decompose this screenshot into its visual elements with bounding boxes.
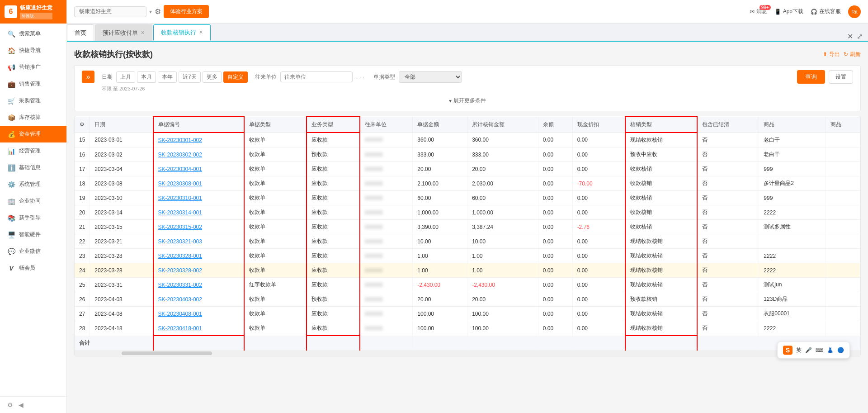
dress-icon[interactable]: 👗 — [827, 347, 834, 353]
order-link[interactable]: SK-20230321-003 — [158, 238, 202, 245]
breadcrumb-input[interactable] — [74, 6, 146, 17]
sidebar-item-sales[interactable]: 💼 销售管理 — [0, 76, 66, 92]
blue-circle-icon[interactable]: 🔵 — [837, 347, 844, 353]
table-row: 26 2023-04-03 SK-20230403-002 收款单 预收款 XX… — [75, 292, 860, 307]
tab-home[interactable]: 首页 — [67, 24, 94, 41]
cell-verify-amount: 1.00 — [467, 263, 538, 278]
doctype-select[interactable]: 全部 收款单 红字收款单 — [399, 71, 462, 83]
cell-cash-discount: 0.00 — [572, 263, 625, 278]
order-link[interactable]: SK-20230418-001 — [158, 325, 202, 332]
cell-cash-discount: -70.00 — [572, 176, 625, 191]
cell-cash-discount: 0.00 — [572, 278, 625, 292]
order-link[interactable]: SK-20230302-002 — [158, 152, 202, 158]
table-row: 19 2023-03-10 SK-20230310-001 收款单 应收款 XX… — [75, 191, 860, 205]
sidebar-item-quick[interactable]: 🏠 快捷导航 — [0, 42, 66, 59]
cell-biz-type: 应收款 — [307, 307, 360, 321]
partner-more-icon[interactable]: ··· — [356, 74, 366, 80]
col-date: 日期 — [90, 117, 153, 133]
order-link[interactable]: SK-20230310-001 — [158, 195, 202, 201]
collapse-icon[interactable]: ◀ — [19, 401, 24, 408]
online-service-button[interactable]: 🎧 在线客服 — [811, 8, 841, 15]
order-link[interactable]: SK-20230315-002 — [158, 224, 202, 230]
messages-button[interactable]: ✉ 消息 99+ — [750, 8, 767, 15]
cell-verify-type: 收款核销 — [625, 220, 697, 234]
sidebar-item-system[interactable]: ⚙️ 系统管理 — [0, 176, 66, 193]
horizontal-scrollbar[interactable] — [75, 351, 860, 356]
sidebar-logo-icon: 6 — [5, 5, 17, 18]
export-button[interactable]: ⬆ 导出 — [823, 51, 840, 58]
tab-expand-icon[interactable]: ⤢ — [857, 32, 863, 41]
order-link[interactable]: SK-20230301-002 — [158, 137, 202, 143]
order-link[interactable]: SK-20230314-001 — [158, 209, 202, 216]
query-button[interactable]: 查询 — [797, 70, 825, 84]
table-row: 23 2023-03-28 SK-20230328-001 收款单 应收款 XX… — [75, 249, 860, 263]
order-link[interactable]: SK-20230304-001 — [158, 166, 202, 172]
filter-custom[interactable]: 自定义 — [223, 71, 248, 83]
sidebar-item-finance[interactable]: 💰 资金管理 — [0, 126, 66, 142]
expand-more-button[interactable]: ▾ 展开更多条件 — [82, 95, 853, 106]
cell-partner: XXXXX — [360, 176, 413, 191]
cell-order-no: SK-20230328-001 — [153, 249, 244, 263]
tab-verify-close[interactable]: ✕ — [199, 29, 203, 35]
filter-this-month[interactable]: 本月 — [137, 71, 156, 83]
settings-button[interactable]: 设置 — [829, 70, 853, 84]
solution-button[interactable]: 体验行业方案 — [164, 5, 209, 18]
sidebar-item-inventory[interactable]: 📦 库存核算 — [0, 109, 66, 126]
sidebar-item-marketing[interactable]: 📢 营销推广 — [0, 59, 66, 76]
sidebar-item-basic[interactable]: ℹ️ 基础信息 — [0, 159, 66, 176]
cell-product2 — [826, 162, 860, 176]
sidebar-item-wechat[interactable]: 💬 企业微信 — [0, 243, 66, 260]
cell-included: 否 — [697, 234, 759, 249]
cell-biz-type: 应收款 — [307, 162, 360, 176]
table-row: 20 2023-03-14 SK-20230314-001 收款单 应收款 XX… — [75, 205, 860, 220]
cell-product: 测试多属性 — [759, 220, 826, 234]
order-link[interactable]: SK-20230331-002 — [158, 282, 202, 288]
settings-icon[interactable]: ⚙ — [7, 401, 13, 408]
sidebar-item-enterprise[interactable]: 🏢 企业协同 — [0, 193, 66, 209]
cell-balance: 0.00 — [538, 176, 572, 191]
tab-verify[interactable]: 收款核销执行 ✕ — [153, 24, 211, 41]
gear-icon[interactable]: ⚙ — [155, 7, 161, 16]
page-content: 收款核销执行(按收款) ⬆ 导出 ↻ 刷新 » 日期 上月 — [67, 42, 868, 413]
partner-input[interactable] — [280, 71, 353, 82]
cell-included: 否 — [697, 263, 759, 278]
filter-expand-button[interactable]: » — [82, 71, 94, 83]
col-amount: 单据金额 — [413, 117, 467, 133]
order-link[interactable]: SK-20230403-002 — [158, 296, 202, 303]
order-link[interactable]: SK-20230408-001 — [158, 311, 202, 317]
filter-more[interactable]: 更多 — [203, 71, 222, 83]
tab-prepay-close[interactable]: ✕ — [141, 30, 145, 36]
cell-cash-discount: 0.00 — [572, 307, 625, 321]
sidebar-item-search[interactable]: 🔍 搜索菜单 — [0, 25, 66, 42]
cell-product2 — [826, 220, 860, 234]
cell-no: 27 — [75, 307, 90, 321]
order-link[interactable]: SK-20230328-002 — [158, 267, 202, 274]
filter-7days[interactable]: 近7天 — [179, 71, 201, 83]
refresh-button[interactable]: ↻ 刷新 — [844, 51, 861, 58]
cell-product2 — [826, 176, 860, 191]
sidebar-item-guide[interactable]: 📚 新手引导 — [0, 209, 66, 226]
filter-this-year[interactable]: 本年 — [158, 71, 177, 83]
tab-prepay[interactable]: 预计应收付单 ✕ — [95, 24, 152, 41]
app-download-button[interactable]: 📱 App下载 — [774, 8, 803, 15]
order-link[interactable]: SK-20230308-001 — [158, 180, 202, 187]
table-container: ⚙ 日期 单据编号 单据类型 业务类型 往来单位 单据金额 累计核销金额 余额 … — [74, 116, 861, 356]
cell-balance: 0.00 — [538, 307, 572, 321]
sidebar-item-member[interactable]: V 畅会员 — [0, 260, 66, 276]
scrollbar-thumb[interactable] — [122, 351, 212, 355]
col-product2: 商品 — [826, 117, 860, 133]
order-link[interactable]: SK-20230328-001 — [158, 253, 202, 259]
sidebar-item-operations[interactable]: 📊 经营管理 — [0, 142, 66, 159]
cell-verify-amount: 100.00 — [467, 321, 538, 336]
cell-balance: 0.00 — [538, 205, 572, 220]
sidebar-item-hardware[interactable]: 🖥️ 智能硬件 — [0, 226, 66, 243]
cell-product: 999 — [759, 191, 826, 205]
filter-last-month[interactable]: 上月 — [116, 71, 135, 83]
mic-icon[interactable]: 🎤 — [805, 347, 812, 353]
table-row: 27 2023-04-08 SK-20230408-001 收款单 应收款 XX… — [75, 307, 860, 321]
tab-close-icon[interactable]: ✕ — [847, 32, 853, 41]
sidebar-item-purchase[interactable]: 🛒 采购管理 — [0, 92, 66, 109]
keyboard-icon[interactable]: ⌨ — [816, 347, 823, 353]
avatar[interactable]: Rit — [848, 5, 861, 18]
cell-order-no: SK-20230304-001 — [153, 162, 244, 176]
